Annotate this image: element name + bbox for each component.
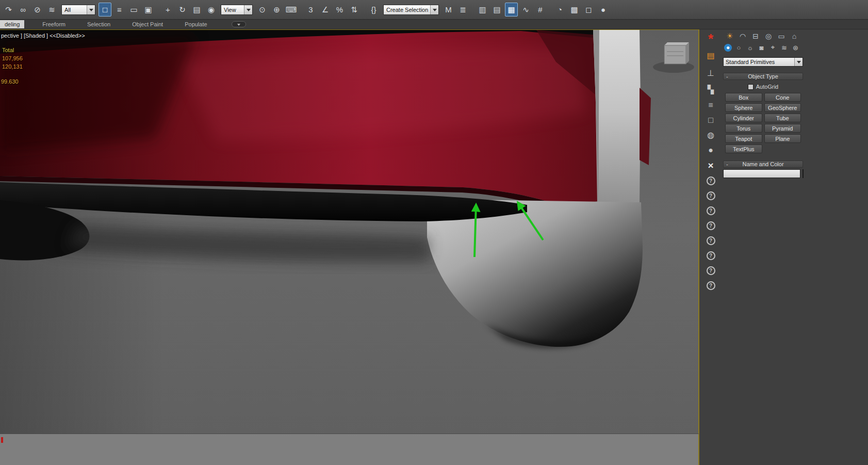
- chevron-down-icon[interactable]: [87, 5, 95, 14]
- rectangular-selection-region-icon[interactable]: ▭: [127, 3, 140, 17]
- help-placeholder-icon[interactable]: ?: [707, 221, 715, 230]
- chevron-down-icon[interactable]: [794, 58, 803, 66]
- select-and-scale-icon[interactable]: ▤: [190, 3, 203, 17]
- angle-snap-icon[interactable]: ∠: [319, 3, 332, 17]
- help-placeholder-icon[interactable]: ?: [707, 281, 715, 290]
- help-placeholder-icon[interactable]: ?: [707, 251, 715, 260]
- motion-tab-icon[interactable]: ◎: [764, 32, 773, 40]
- torus-button[interactable]: Torus: [725, 124, 762, 133]
- display-tab-icon[interactable]: ▭: [777, 32, 786, 40]
- cameras-category-icon[interactable]: ◙: [757, 44, 766, 52]
- select-and-rotate-icon[interactable]: ↻: [176, 3, 189, 17]
- box-icon[interactable]: □: [700, 113, 721, 127]
- reference-coordinate-dropdown[interactable]: View: [221, 5, 253, 15]
- select-and-link-icon[interactable]: ∞: [17, 3, 29, 17]
- mini-listener-mark: [1, 437, 3, 443]
- space-warps-category-icon[interactable]: ≋: [780, 44, 789, 52]
- pyramid-button[interactable]: Pyramid: [764, 124, 801, 133]
- snaps-toggle-icon[interactable]: 3: [304, 3, 317, 17]
- utilities-tab-icon[interactable]: ⌂: [790, 32, 799, 40]
- hierarchy-tab-icon[interactable]: ⊟: [751, 32, 760, 40]
- layers-icon[interactable]: ≡: [700, 98, 721, 113]
- geosphere-button[interactable]: GeoSphere: [764, 103, 801, 112]
- ribbon-tab-populate[interactable]: Populate: [180, 20, 211, 28]
- render-production-icon[interactable]: ●: [597, 3, 610, 17]
- unlink-selection-icon[interactable]: ⊘: [31, 3, 44, 17]
- selection-filter-dropdown[interactable]: All: [61, 5, 95, 15]
- ribbon-toggle-icon[interactable]: ▦: [505, 3, 518, 17]
- ribbon-tab-bar: deling Freeform Selection Object Paint P…: [0, 20, 868, 29]
- primitive-buttons-grid: Box Cone Sphere GeoSphere Cylinder Tube …: [725, 93, 801, 153]
- help-placeholder-icon[interactable]: ?: [707, 266, 715, 275]
- chevron-down-icon[interactable]: [430, 5, 438, 14]
- select-object-icon[interactable]: □: [99, 3, 111, 17]
- edit-named-selection-sets-icon[interactable]: {}: [367, 3, 380, 17]
- plane-button[interactable]: Plane: [764, 134, 801, 143]
- select-and-move-icon[interactable]: +: [161, 3, 174, 17]
- keyboard-shortcut-override-icon[interactable]: ⌨: [285, 3, 298, 17]
- ribbon-minimize-button[interactable]: [232, 21, 246, 27]
- autogrid-checkbox[interactable]: [748, 84, 754, 90]
- layer-explorer-icon[interactable]: ▤: [490, 3, 503, 17]
- window-crossing-icon[interactable]: ▣: [142, 3, 155, 17]
- redo-icon[interactable]: ↷: [2, 3, 15, 17]
- ribbon-tab-modeling[interactable]: deling: [0, 20, 24, 28]
- cone-button[interactable]: Cone: [764, 93, 801, 102]
- named-selection-sets-dropdown[interactable]: Create Selection Se: [383, 5, 439, 15]
- select-and-place-icon[interactable]: ◉: [205, 3, 218, 17]
- help-placeholder-icon[interactable]: ?: [707, 236, 715, 245]
- geometry-category-icon[interactable]: ●: [724, 44, 732, 52]
- chevron-down-icon[interactable]: [244, 5, 252, 14]
- create-tab-icon[interactable]: ☀: [725, 31, 734, 41]
- bind-to-space-warp-icon[interactable]: ≋: [45, 3, 58, 17]
- teapot-button[interactable]: Teapot: [725, 134, 762, 143]
- object-type-rollout-header[interactable]: - Object Type: [723, 73, 803, 80]
- viewport-label[interactable]: pective ] [Shaded ] <<Disabled>>: [1, 33, 85, 39]
- curve-editor-icon[interactable]: ∿: [519, 3, 532, 17]
- mirror-icon[interactable]: M: [442, 3, 455, 17]
- paint-bucket-icon[interactable]: ▤: [700, 47, 721, 64]
- cylinder-button[interactable]: Cylinder: [725, 114, 762, 122]
- schematic-view-icon[interactable]: #: [534, 3, 547, 17]
- object-color-swatch[interactable]: [803, 169, 804, 178]
- tube-button[interactable]: Tube: [764, 114, 801, 122]
- render-setup-icon[interactable]: ▩: [568, 3, 581, 17]
- material-editor-icon[interactable]: ◔: [553, 3, 566, 17]
- stats-fps: 99.630: [1, 78, 19, 85]
- select-by-name-icon[interactable]: ≡: [113, 3, 126, 17]
- rendered-frame-icon[interactable]: ◻: [582, 3, 595, 17]
- checker-icon[interactable]: ▚: [700, 82, 721, 98]
- sphere-icon[interactable]: ●: [700, 142, 721, 157]
- close-icon[interactable]: ×: [700, 157, 721, 173]
- ribbon-tab-selection[interactable]: Selection: [83, 20, 115, 28]
- wire-sphere-icon[interactable]: ◍: [700, 127, 721, 142]
- use-pivot-center-icon[interactable]: ⊙: [256, 3, 269, 17]
- create-category-row: ● ○ ☼ ◙ ⌖ ≋ ⊛: [722, 42, 806, 53]
- modify-tab-icon[interactable]: ◠: [738, 32, 747, 40]
- command-panel: ☀ ◠ ⊟ ◎ ▭ ⌂ ● ○ ☼ ◙ ⌖ ≋ ⊛ Standard Primi…: [722, 30, 806, 178]
- viewport-perspective[interactable]: pective ] [Shaded ] <<Disabled>> Total 1…: [0, 29, 699, 434]
- percent-snap-icon[interactable]: %: [333, 3, 346, 17]
- lights-category-icon[interactable]: ☼: [746, 44, 755, 52]
- textplus-button[interactable]: TextPlus: [725, 145, 762, 153]
- name-and-color-rollout-header[interactable]: - Name and Color: [723, 161, 803, 168]
- teapot-icon[interactable]: *: [700, 30, 721, 47]
- subcategory-dropdown[interactable]: Standard Primitives: [723, 57, 803, 67]
- align-icon[interactable]: ≣: [456, 3, 469, 17]
- gizmo-icon[interactable]: ⊥: [700, 64, 721, 82]
- select-and-manipulate-icon[interactable]: ⊕: [270, 3, 283, 17]
- systems-category-icon[interactable]: ⊛: [791, 44, 800, 52]
- spinner-snap-icon[interactable]: ⇅: [348, 3, 361, 17]
- object-name-field[interactable]: [723, 169, 800, 178]
- ribbon-tab-freeform[interactable]: Freeform: [38, 20, 70, 28]
- sphere-button[interactable]: Sphere: [725, 103, 762, 112]
- help-placeholder-icon[interactable]: ?: [707, 206, 715, 215]
- scene-3d-render: [0, 30, 699, 434]
- helpers-category-icon[interactable]: ⌖: [768, 43, 777, 52]
- shapes-category-icon[interactable]: ○: [734, 44, 743, 52]
- ribbon-tab-object-paint[interactable]: Object Paint: [127, 20, 168, 28]
- help-placeholder-icon[interactable]: ?: [707, 177, 715, 185]
- help-placeholder-icon[interactable]: ?: [707, 191, 715, 200]
- scene-explorer-icon[interactable]: ▥: [476, 3, 489, 17]
- box-button[interactable]: Box: [725, 93, 762, 102]
